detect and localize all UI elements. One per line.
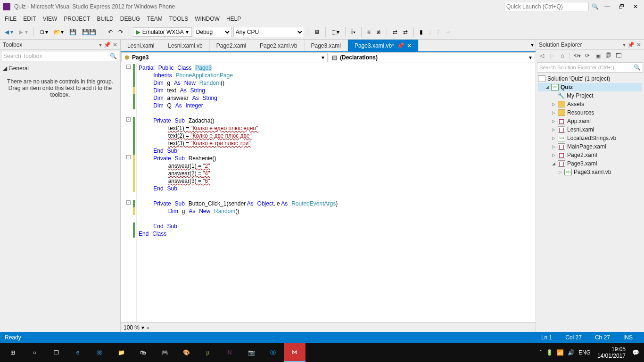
pin-icon[interactable]: 📌 [627, 41, 635, 48]
outline-toggle-icon[interactable]: - [126, 117, 131, 122]
close-button[interactable]: ✕ [630, 3, 641, 10]
tree-item-assets[interactable]: ▷Assets [538, 100, 642, 108]
refresh-icon[interactable]: ⟳ [584, 52, 591, 59]
save-all-button[interactable]: 💾💾 [80, 28, 98, 36]
cortana-button[interactable]: ○ [24, 343, 45, 362]
sync-icon[interactable]: ⟲▾ [573, 52, 581, 59]
open-file-button[interactable]: 📂▾ [52, 28, 66, 36]
taskbar-onenote-icon[interactable]: N [219, 343, 240, 362]
code-editor[interactable]: - - - - Partial Public Class Page3 Inher… [121, 63, 536, 322]
outline-toggle-icon[interactable]: - [126, 200, 131, 205]
panel-close-icon[interactable]: ✕ [636, 41, 641, 48]
taskbar-vs-icon[interactable]: ⋈ [284, 343, 305, 362]
panel-dropdown-icon[interactable]: ▾ [99, 41, 102, 48]
code-text[interactable]: Partial Public Class Page3 Inherits Phon… [137, 63, 536, 322]
start-debug-button[interactable]: ▶ Emulator WXGA ▾ [133, 27, 192, 37]
tree-item-resources[interactable]: ▷Resources [538, 108, 642, 117]
tab-close-icon[interactable]: ✕ [407, 42, 412, 49]
toolbox-search[interactable]: Search Toolbox 🔍 [1, 51, 119, 61]
panel-dropdown-icon[interactable]: ▾ [623, 41, 626, 48]
toolbox-category[interactable]: ◢ General [3, 65, 117, 72]
menu-tools[interactable]: TOOLS [169, 16, 188, 22]
properties-icon[interactable]: 🗔 [615, 52, 622, 59]
tab-page3-xaml[interactable]: Page3.xaml [305, 40, 348, 51]
home-icon[interactable]: ⌂ [559, 52, 566, 59]
maximize-button[interactable]: 🗗 [616, 3, 627, 10]
class-selector[interactable]: ⬢Page3▾ [121, 52, 328, 62]
save-button[interactable]: 💾 [67, 28, 78, 36]
toolbar-icon[interactable]: ⇄ [391, 28, 399, 36]
outline-toggle-icon[interactable]: - [126, 155, 131, 159]
platform-select[interactable]: Any CPU [233, 27, 304, 37]
tab-page2-xaml-vb[interactable]: Page2.xaml.vb [253, 40, 304, 51]
toolbar-icon[interactable]: ⬚▾ [330, 28, 341, 36]
tray-wifi-icon[interactable]: 📶 [557, 349, 564, 356]
menu-file[interactable]: FILE [5, 16, 17, 22]
show-all-icon[interactable]: 🗐 [604, 52, 612, 59]
zoom-level[interactable]: 100 % [124, 324, 140, 331]
forward-icon[interactable]: ▷ [548, 52, 556, 59]
menu-view[interactable]: VIEW [43, 16, 58, 22]
toolbar-icon[interactable]: ▮ [418, 28, 425, 36]
undo-button[interactable]: ↶ [106, 28, 115, 36]
tree-item-lesni-xaml[interactable]: ▷Lesni.xaml [538, 125, 642, 134]
project-node[interactable]: ◢VBQuiz [538, 83, 642, 91]
solution-root[interactable]: Solution 'Quiz' (1 project) [538, 74, 642, 83]
outline-toggle-icon[interactable]: - [126, 65, 131, 69]
minimize-button[interactable]: — [602, 3, 613, 10]
tree-item-app-xaml[interactable]: ▷App.xaml [538, 117, 642, 125]
nav-forward-button[interactable]: ▶ ▾ [17, 28, 29, 36]
tree-item-page3-vb[interactable]: ▷VBPage3.xaml.vb [538, 168, 642, 176]
panel-close-icon[interactable]: ✕ [113, 41, 117, 48]
toolbar-icon[interactable]: 🖥 [312, 28, 322, 36]
tree-item-myproject[interactable]: 🔧My Project [538, 91, 642, 100]
taskbar-explorer-icon[interactable]: 📁 [110, 343, 132, 362]
comment-button[interactable]: ≡ [365, 28, 372, 36]
step-button[interactable]: ⤻ [444, 28, 452, 36]
redo-button[interactable]: ↷ [116, 28, 125, 36]
uncomment-button[interactable]: ≢ [374, 28, 383, 36]
tray-volume-icon[interactable]: 🔊 [568, 349, 575, 356]
collapse-icon[interactable]: ▣ [594, 52, 602, 59]
tree-item-mainpage[interactable]: ▷MainPage.xaml [538, 142, 642, 151]
tab-page3-xaml-vb[interactable]: Page3.xaml.vb*📌✕ [348, 40, 419, 51]
taskbar-edge-icon[interactable]: e [67, 343, 89, 362]
quick-launch-input[interactable] [504, 2, 589, 11]
toolbar-icon[interactable]: ⇄ [401, 28, 410, 36]
config-select[interactable]: Debug [194, 27, 231, 37]
taskbar-store-icon[interactable]: 🛍 [132, 343, 154, 362]
menu-debug[interactable]: DEBUG [120, 16, 140, 22]
nav-back-button[interactable]: ◀ ▾ [3, 28, 15, 36]
start-button[interactable]: ⊞ [2, 343, 24, 362]
taskbar-ie-icon[interactable]: ⓔ [89, 343, 110, 362]
tree-item-page2[interactable]: ▷Page2.xaml [538, 151, 642, 159]
tray-language[interactable]: ENG [578, 349, 591, 356]
taskbar-app-icon[interactable]: 📷 [240, 343, 262, 362]
taskbar-app-icon[interactable]: 🎮 [154, 343, 175, 362]
menu-edit[interactable]: EDIT [23, 16, 36, 22]
step-button[interactable]: ⤵ [427, 28, 433, 36]
task-view-button[interactable]: ❐ [45, 343, 67, 362]
menu-team[interactable]: TEAM [147, 16, 162, 22]
new-project-button[interactable]: 🗋▾ [38, 28, 50, 36]
tabs-dropdown-icon[interactable]: ▾ [529, 40, 536, 51]
taskbar-app-icon[interactable]: 🎨 [175, 343, 197, 362]
toolbar-icon[interactable]: ⦙⦙▾ [349, 28, 357, 36]
tab-page2-xaml[interactable]: Page2.xaml [210, 40, 253, 51]
menu-build[interactable]: BUILD [97, 16, 113, 22]
tray-notifications-icon[interactable]: 💬 [632, 349, 639, 356]
menu-help[interactable]: HELP [226, 16, 241, 22]
taskbar-skype-icon[interactable]: Ⓢ [262, 343, 284, 362]
back-icon[interactable]: ◁ [538, 52, 545, 59]
solution-search[interactable]: Search Solution Explorer (Ctrl+;) 🔍 [537, 62, 643, 73]
tray-battery-icon[interactable]: 🔋 [546, 349, 553, 356]
pin-icon[interactable]: 📌 [397, 42, 404, 49]
tray-chevron-icon[interactable]: ˄ [539, 349, 542, 356]
tree-item-localized[interactable]: ▷VBLocalizedStrings.vb [538, 134, 642, 142]
zoom-dropdown-icon[interactable]: ▾ [141, 324, 144, 331]
taskbar-utorrent-icon[interactable]: µ [197, 343, 219, 362]
tab-lesni-xaml[interactable]: Lesni.xaml [121, 40, 161, 51]
step-button[interactable]: ⤴ [435, 28, 442, 36]
menu-project[interactable]: PROJECT [64, 16, 90, 22]
menu-window[interactable]: WINDOW [195, 16, 220, 22]
